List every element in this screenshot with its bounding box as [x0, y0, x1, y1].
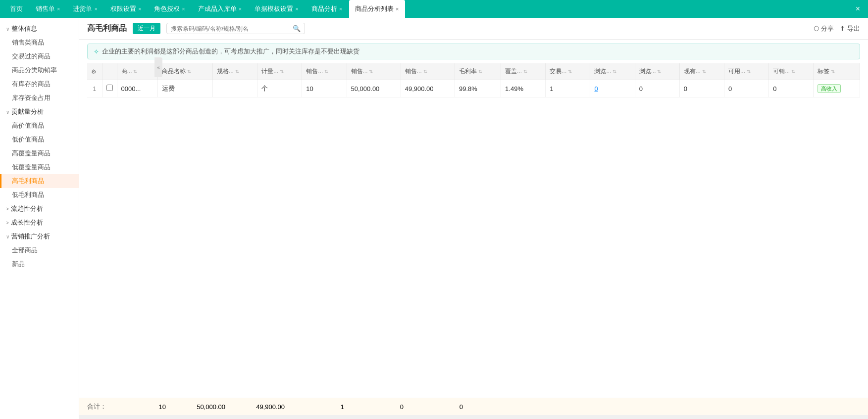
export-button[interactable]: ⬆ 导出 — [840, 24, 860, 33]
col-header-name[interactable]: 商品名称 ⇅ — [158, 63, 213, 80]
nav-tab-商品分析[interactable]: 商品分析× — [306, 0, 348, 18]
nav-tab-商品分析列表[interactable]: 商品分析列表× — [349, 0, 405, 18]
cell-tag: 高收入 — [814, 80, 860, 97]
sort-icon[interactable]: ⇅ — [656, 69, 662, 74]
nav-tab-进货单[interactable]: 进货单× — [67, 0, 103, 18]
sort-icon[interactable]: ⇅ — [186, 69, 191, 74]
sidebar-group-流趋性分析[interactable]: >流趋性分析 — [0, 202, 79, 216]
sidebar-collapse-button[interactable]: « — [154, 57, 162, 77]
bottom-scrollbar[interactable] — [79, 415, 868, 419]
col-header-stock_sellable[interactable]: 可销... ⇅ — [769, 63, 814, 80]
sort-icon[interactable]: ⇅ — [829, 69, 835, 74]
col-header-tag[interactable]: 标签 ⇅ — [814, 63, 860, 80]
sort-icon[interactable]: ⇅ — [234, 69, 239, 74]
sidebar-group-整体信息[interactable]: ∨整体信息 — [0, 22, 79, 36]
sort-icon[interactable]: ⇅ — [278, 69, 284, 74]
close-tab-icon[interactable]: × — [57, 6, 60, 12]
col-header-sales_qty[interactable]: 销售... ⇅ — [302, 63, 347, 80]
period-button[interactable]: 近一月 — [133, 23, 160, 34]
col-header-spec[interactable]: 规格... ⇅ — [212, 63, 257, 80]
col-header-code[interactable]: 商... ⇅ — [117, 63, 158, 80]
table-row: 10000...运费个1050,000.0049,900.0099.8%1.49… — [87, 80, 860, 97]
top-navigation: 首页销售单×进货单×权限设置×角色授权×产成品入库单×单据模板设置×商品分析×商… — [0, 0, 868, 18]
close-tab-icon[interactable]: × — [295, 6, 298, 12]
sidebar-item-销售类商品[interactable]: 销售类商品 — [0, 36, 79, 49]
table-container: ⚙商... ⇅商品名称 ⇅规格... ⇅计量... ⇅销售... ⇅销售... … — [79, 63, 868, 398]
close-tab-icon[interactable]: × — [239, 6, 242, 12]
cell-views1[interactable]: 0 — [590, 80, 635, 97]
share-button[interactable]: ⬡ 分享 — [814, 24, 834, 33]
sort-icon[interactable]: ⇅ — [522, 69, 527, 74]
nav-tab-销售单[interactable]: 销售单× — [30, 0, 66, 18]
sort-icon[interactable]: ⇅ — [745, 69, 751, 74]
group-arrow-icon: > — [6, 220, 9, 226]
close-tab-icon[interactable]: × — [94, 6, 97, 12]
sidebar-item-高覆盖量商品[interactable]: 高覆盖量商品 — [0, 146, 79, 160]
sidebar-item-商品分类助销率[interactable]: 商品分类助销率 — [0, 63, 79, 77]
sidebar-item-低覆盖量商品[interactable]: 低覆盖量商品 — [0, 160, 79, 174]
row-checkbox[interactable] — [106, 85, 113, 91]
close-tab-icon[interactable]: × — [339, 6, 342, 12]
col-header-stock_available[interactable]: 可用... ⇅ — [724, 63, 769, 80]
sidebar-item-有库存的商品[interactable]: 有库存的商品 — [0, 77, 79, 91]
nav-tab-权限设置[interactable]: 权限设置× — [104, 0, 147, 18]
nav-tab-单据模板设置[interactable]: 单据模板设置× — [249, 0, 304, 18]
table-header: ⚙商... ⇅商品名称 ⇅规格... ⇅计量... ⇅销售... ⇅销售... … — [87, 63, 860, 80]
sidebar-item-交易过的商品[interactable]: 交易过的商品 — [0, 49, 79, 63]
search-box: 🔍 — [166, 23, 305, 34]
row-checkbox-cell[interactable] — [102, 80, 117, 97]
sidebar-group-贡献量分析[interactable]: ∨贡献量分析 — [0, 105, 79, 119]
col-header-stock_current[interactable]: 现有... ⇅ — [679, 63, 724, 80]
group-arrow-icon: ∨ — [6, 109, 9, 115]
nav-tab-产成品入库单[interactable]: 产成品入库单× — [192, 0, 248, 18]
cell-name: 运费 — [158, 80, 213, 97]
sidebar-group-营销推广分析[interactable]: ∨营销推广分析 — [0, 230, 79, 243]
sort-icon[interactable]: ⇅ — [323, 69, 328, 74]
col-header-unit[interactable]: 计量... ⇅ — [257, 63, 302, 80]
sort-icon[interactable]: ⇅ — [368, 69, 373, 74]
cell-code: 0000... — [117, 80, 158, 97]
footer-sales-amount: 50,000.00 — [186, 403, 225, 411]
col-header-sales_amount[interactable]: 销售... ⇅ — [347, 63, 401, 80]
nav-tab-首页[interactable]: 首页 — [4, 0, 29, 18]
sort-icon[interactable]: ⇅ — [132, 69, 138, 74]
sidebar-item-全部商品[interactable]: 全部商品 — [0, 243, 79, 257]
close-tab-icon[interactable]: × — [182, 6, 185, 12]
info-icon: ✧ — [94, 48, 99, 55]
window-close-button[interactable]: × — [852, 4, 864, 13]
sidebar-item-新品[interactable]: 新品 — [0, 257, 79, 271]
group-arrow-icon: ∨ — [6, 26, 9, 32]
sort-icon[interactable]: ⇅ — [477, 69, 482, 74]
cell-stock_sellable: 0 — [769, 80, 814, 97]
row-num-cell: 1 — [87, 80, 102, 97]
sidebar-item-高价值商品[interactable]: 高价值商品 — [0, 119, 79, 133]
sort-icon[interactable]: ⇅ — [422, 69, 427, 74]
sort-icon[interactable]: ⇅ — [701, 69, 706, 74]
col-header-transaction[interactable]: 交易... ⇅ — [546, 63, 590, 80]
nav-tab-角色授权[interactable]: 角色授权× — [148, 0, 191, 18]
close-tab-icon[interactable]: × — [396, 6, 399, 12]
col-header-views2[interactable]: 浏览... ⇅ — [635, 63, 679, 80]
cell-gross_margin: 99.8% — [455, 80, 501, 97]
col-header-checkbox — [102, 63, 117, 80]
sidebar-item-低毛利商品[interactable]: 低毛利商品 — [0, 188, 79, 202]
sidebar-item-库存资金占用[interactable]: 库存资金占用 — [0, 91, 79, 105]
sort-icon[interactable]: ⇅ — [790, 69, 795, 74]
col-header-gross_margin[interactable]: 毛利率 ⇅ — [455, 63, 501, 80]
sidebar-item-低价值商品[interactable]: 低价值商品 — [0, 133, 79, 146]
content-header: 高毛利商品 近一月 🔍 ⬡ 分享 ⬆ 导出 — [79, 18, 868, 40]
col-header-coverage[interactable]: 覆盖... ⇅ — [501, 63, 546, 80]
share-icon: ⬡ — [814, 25, 819, 32]
sort-icon[interactable]: ⇅ — [566, 69, 572, 74]
search-icon[interactable]: 🔍 — [293, 25, 301, 32]
sort-icon[interactable]: ⇅ — [611, 69, 616, 74]
col-header-sales_profit[interactable]: 销售... ⇅ — [401, 63, 455, 80]
close-tab-icon[interactable]: × — [138, 6, 141, 12]
col-header-views1[interactable]: 浏览... ⇅ — [590, 63, 635, 80]
cell-spec — [212, 80, 257, 97]
group-label: 整体信息 — [11, 24, 37, 33]
search-input[interactable] — [171, 25, 290, 32]
cell-sales_profit: 49,900.00 — [401, 80, 455, 97]
sidebar-group-成长性分析[interactable]: >成长性分析 — [0, 216, 79, 230]
sidebar-item-高毛利商品[interactable]: 高毛利商品 — [0, 174, 79, 188]
